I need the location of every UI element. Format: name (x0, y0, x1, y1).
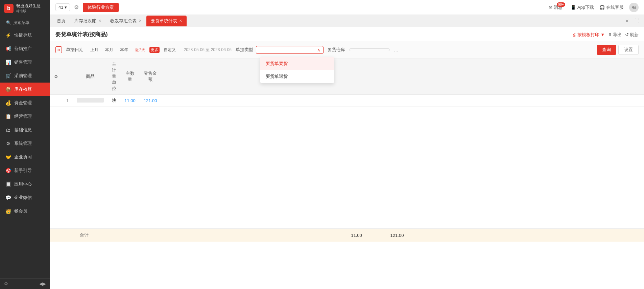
nav-label-wechat: 企业微信 (14, 195, 32, 201)
print-arrow-icon: ▼ (600, 32, 605, 37)
sidebar-item-enterprise[interactable]: 🤝 企业协同 (0, 150, 50, 164)
sidebar-collapse-icon[interactable]: ◀▶ (39, 281, 46, 286)
date-custom-btn[interactable]: 自定义 (161, 46, 178, 53)
app-download-label: App下载 (577, 4, 594, 10)
nav-label-purchase: 采购管理 (14, 73, 32, 79)
tab-close-all-icon[interactable]: ✕ (623, 18, 631, 24)
tab-bar: 首页 库存批次账 ✕ 收发存汇总表 ✕ 要货单统计表 ✕ ✕ ⛶ (50, 15, 644, 27)
nav-label-quick: 快捷导航 (14, 32, 32, 38)
nav-icon-sales: 📊 (5, 59, 11, 66)
sidebar-item-inventory[interactable]: 📦 库存核算 (0, 83, 50, 96)
table-settings-icon[interactable]: ⚙ (54, 74, 58, 79)
nav-icon-member: 👑 (5, 208, 11, 215)
nav-label-operations: 经营管理 (14, 113, 32, 119)
store-name: 41 (58, 5, 63, 10)
date-more-btn[interactable]: 更多 (149, 47, 160, 53)
sidebar-item-quick-nav[interactable]: ⚡ 快捷导航 (0, 28, 50, 42)
filter-toggle-btn[interactable]: » (55, 46, 62, 53)
type-input[interactable] (259, 47, 316, 52)
tab-order-summary-close[interactable]: ✕ (179, 19, 182, 23)
type-label: 单据类型 (236, 47, 253, 53)
app-download-btn[interactable]: 📱 App下载 (571, 4, 594, 10)
col-row-num (62, 59, 73, 95)
col-unit: 主计量单位 (108, 59, 120, 95)
dropdown-item-ret[interactable]: 要货单退货 (260, 70, 334, 83)
export-btn[interactable]: ⬆ 导出 (608, 32, 622, 38)
date-btn-7days[interactable]: 近7天 (132, 46, 148, 53)
nav-label-inventory: 库存核算 (14, 86, 32, 92)
user-avatar[interactable]: Rit (629, 3, 639, 12)
tab-inventory-batch[interactable]: 库存批次账 ✕ (70, 16, 105, 26)
app-logo-icon: b (4, 4, 14, 13)
online-service-btn[interactable]: 🎧 在线客服 (599, 4, 624, 10)
top-header: 41 ▾ ⚙ 体验行业方案 ✉ 消息 99+ 📱 App下载 🎧 在线客服 Ri… (50, 0, 644, 15)
col-product: 商品 (73, 59, 108, 95)
content-area: 要货单统计表(按商品) 🖨 按模板打印 ▼ ⬆ 导出 ↺ 刷新 » (50, 27, 644, 289)
date-range-buttons: 上月 本月 本年 近7天 更多 自定义 (88, 46, 178, 53)
sidebar-item-sales[interactable]: 📊 销售管理 (0, 55, 50, 69)
message-icon: ✉ (549, 5, 552, 10)
sidebar-item-finance[interactable]: 💰 资金管理 (0, 96, 50, 110)
sidebar-item-wechat[interactable]: 💬 企业微信 (0, 191, 50, 204)
sidebar-item-member[interactable]: 👑 畅会员 (0, 204, 50, 218)
query-btn[interactable]: 查询 (597, 45, 616, 55)
messages-btn[interactable]: ✉ 消息 99+ (549, 4, 563, 10)
tab-order-summary[interactable]: 要货单统计表 ✕ (146, 16, 187, 26)
type-dropdown: 要货单要货 要货单退货 (260, 57, 334, 83)
tab-inventory-batch-close[interactable]: ✕ (98, 19, 101, 23)
sidebar-item-purchase[interactable]: 🛒 采购管理 (0, 69, 50, 83)
date-btn-this-month[interactable]: 本月 (102, 46, 116, 53)
print-btn[interactable]: 🖨 按模板打印 ▼ (572, 32, 605, 38)
printer-icon: 🖨 (572, 32, 576, 37)
row-product (73, 95, 108, 107)
sidebar-item-basic-info[interactable]: 🗂 基础信息 (0, 123, 50, 137)
row-extra (161, 95, 644, 107)
dropdown-item-req[interactable]: 要货单要货 (260, 57, 334, 70)
sidebar-item-marketing[interactable]: 📢 营销推广 (0, 42, 50, 55)
warehouse-label: 要货仓库 (328, 47, 345, 53)
nav-label-guide: 新手引导 (14, 168, 32, 174)
tab-receive-summary[interactable]: 收发存汇总表 ✕ (106, 16, 146, 26)
sidebar-nav: ⚡ 快捷导航 📢 营销推广 📊 销售管理 🛒 采购管理 📦 库存核算 💰 资金管… (0, 28, 50, 278)
table-header-row: ⚙ 商品 主计量单位 主数量 零售金额 (50, 59, 644, 95)
type-select[interactable]: ∧ (256, 46, 324, 54)
warehouse-select[interactable] (349, 48, 390, 51)
tab-receive-summary-close[interactable]: ✕ (139, 19, 142, 23)
nav-icon-basic: 🗂 (5, 127, 11, 133)
nav-label-system: 系统管理 (14, 140, 32, 147)
nav-icon-enterprise: 🤝 (5, 154, 11, 160)
brand-sub: 标准版 (16, 9, 41, 14)
col-amount: 零售金额 (140, 59, 161, 95)
print-label: 按模板打印 (577, 32, 599, 38)
settings-filter-btn[interactable]: 设置 (618, 45, 639, 55)
date-btn-last-month[interactable]: 上月 (88, 46, 101, 53)
tab-expand-icon[interactable]: ⛶ (633, 18, 641, 24)
row-amount[interactable]: 121.00 (140, 95, 161, 107)
sidebar-item-operations[interactable]: 📋 经营管理 (0, 110, 50, 123)
tab-home[interactable]: 首页 (53, 16, 70, 26)
trial-btn[interactable]: 体验行业方案 (83, 3, 119, 12)
sidebar-item-system[interactable]: ⚙ 系统管理 (0, 137, 50, 150)
sidebar-search[interactable]: 🔍 搜索菜单 (0, 17, 50, 28)
tab-receive-summary-label: 收发存汇总表 (110, 18, 137, 24)
nav-icon-guide: 🎯 (5, 167, 11, 174)
more-filters-btn[interactable]: ... (394, 47, 398, 53)
nav-icon-finance: 💰 (5, 99, 11, 106)
tab-inventory-batch-label: 库存批次账 (74, 18, 96, 24)
nav-icon-purchase: 🛒 (5, 72, 11, 79)
row-quantity[interactable]: 11.00 (120, 95, 140, 107)
settings-gear-icon[interactable]: ⚙ (74, 4, 79, 10)
store-selector[interactable]: 41 ▾ (55, 3, 70, 11)
table-footer: 合计 11.00 121.00 (50, 228, 644, 242)
nav-label-enterprise: 企业协同 (14, 154, 32, 160)
date-btn-this-year[interactable]: 本年 (117, 46, 131, 53)
filter-actions: 查询 设置 (597, 45, 639, 55)
sidebar-item-app-center[interactable]: 🔲 应用中心 (0, 177, 50, 191)
sidebar-settings-icon[interactable]: ⚙ (4, 281, 8, 286)
refresh-btn[interactable]: ↺ 刷新 (625, 32, 639, 38)
type-select-arrow: ∧ (317, 47, 320, 52)
sidebar-item-guide[interactable]: 🎯 新手引导 (0, 164, 50, 177)
col-settings[interactable]: ⚙ (50, 59, 62, 95)
sidebar-logo: b 畅捷通好生意 标准版 (0, 0, 50, 17)
messages-badge: 99+ (557, 2, 565, 7)
